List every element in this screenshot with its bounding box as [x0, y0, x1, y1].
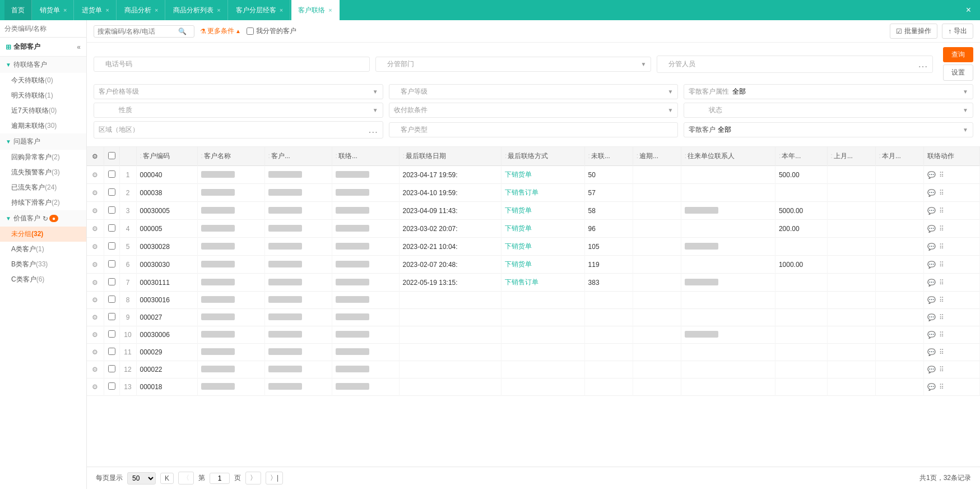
filter-status[interactable]: 状态 ▼: [684, 103, 973, 118]
sidebar-item-declining[interactable]: 持续下滑客户(2): [0, 195, 86, 210]
sidebar-search-input[interactable]: [4, 25, 87, 33]
row-checkbox[interactable]: [104, 184, 119, 202]
row-gear[interactable]: ⚙: [87, 220, 104, 238]
row-check[interactable]: [108, 188, 115, 196]
tab-analysis[interactable]: 商品分析 ×: [118, 0, 165, 20]
more-actions-icon[interactable]: ⠿: [939, 261, 944, 269]
table-col-check[interactable]: [104, 147, 119, 166]
chat-icon[interactable]: 💬: [927, 261, 936, 269]
row-checkbox[interactable]: [104, 202, 119, 220]
query-button[interactable]: 查询: [943, 47, 973, 62]
table-col-last-method[interactable]: :最后联络方式: [501, 147, 584, 166]
filter-dept-input[interactable]: [417, 60, 641, 68]
more-manager-button[interactable]: …: [918, 58, 928, 70]
more-conditions-button[interactable]: ⚗ 更多条件 ▲: [200, 26, 241, 36]
row-check[interactable]: [108, 313, 115, 320]
row-check[interactable]: [108, 382, 115, 390]
table-col-gear[interactable]: ⚙: [87, 147, 104, 166]
sidebar-group-problem[interactable]: ▼ 问题客户: [0, 133, 86, 150]
page-size-select[interactable]: 50 10 20 100: [127, 472, 156, 485]
sidebar-item-churned[interactable]: 已流失客户(24): [0, 180, 86, 195]
table-col-code[interactable]: :客户编码: [136, 147, 197, 166]
filter-dept[interactable]: 分管部门 ▼: [375, 57, 652, 72]
row-gear[interactable]: ⚙: [87, 379, 104, 396]
sidebar-item-tomorrow-pending[interactable]: 明天待联络(1): [0, 88, 86, 103]
last-method-link[interactable]: 下销货单: [505, 260, 532, 268]
tab-home[interactable]: 首页: [4, 0, 32, 20]
chevron-down-status-icon[interactable]: ▼: [963, 107, 968, 113]
chat-icon[interactable]: 💬: [927, 331, 936, 339]
row-check[interactable]: [108, 224, 115, 232]
chat-icon[interactable]: 💬: [927, 296, 936, 304]
chevron-down-zero-cust-icon[interactable]: ▼: [963, 127, 968, 133]
more-actions-icon[interactable]: ⠿: [939, 225, 944, 233]
row-checkbox[interactable]: [104, 292, 119, 309]
sidebar-item-abnormal[interactable]: 回购异常客户(2): [0, 150, 86, 165]
close-customer-tier-icon[interactable]: ×: [280, 7, 283, 13]
chat-icon[interactable]: 💬: [927, 383, 936, 391]
last-method-link[interactable]: 下销售订单: [505, 188, 538, 196]
filter-nature-input[interactable]: [136, 107, 373, 114]
filter-status-input[interactable]: [726, 107, 963, 114]
filter-payment[interactable]: 收付款条件 ▼: [389, 103, 679, 118]
row-check[interactable]: [108, 348, 115, 355]
table-col-overdue[interactable]: :逾期...: [633, 147, 681, 166]
chat-icon[interactable]: 💬: [927, 207, 936, 215]
close-analysis-icon[interactable]: ×: [155, 7, 158, 13]
more-region-button[interactable]: …: [368, 124, 378, 136]
row-check[interactable]: [108, 260, 115, 267]
prev-page-button[interactable]: 〈: [178, 472, 194, 485]
chat-icon[interactable]: 💬: [927, 366, 936, 373]
row-checkbox[interactable]: [104, 309, 119, 326]
export-button[interactable]: ↑ 导出: [942, 24, 973, 39]
chevron-down-nature-icon[interactable]: ▼: [373, 107, 378, 113]
table-col-no-contact[interactable]: :未联...: [584, 147, 633, 166]
row-gear[interactable]: ⚙: [87, 274, 104, 292]
row-check[interactable]: [108, 206, 115, 214]
chevron-down-price-icon[interactable]: ▼: [373, 89, 378, 95]
sidebar-search-bar[interactable]: 🔍: [0, 20, 86, 38]
sidebar-item-overdue-pending[interactable]: 逾期未联络(30): [0, 118, 86, 133]
row-checkbox[interactable]: [104, 274, 119, 292]
row-checkbox[interactable]: [104, 238, 119, 256]
row-check[interactable]: [108, 278, 115, 285]
chevron-down-payment-icon[interactable]: ▼: [667, 107, 673, 113]
filter-customer-type[interactable]: 客户类型: [389, 122, 679, 137]
close-purchase-icon[interactable]: ×: [105, 7, 109, 13]
table-col-contact[interactable]: :联络...: [332, 147, 399, 166]
chat-icon[interactable]: 💬: [927, 279, 936, 287]
row-check[interactable]: [108, 365, 115, 372]
row-checkbox[interactable]: [104, 220, 119, 238]
table-col-this-year[interactable]: :本年...: [775, 147, 827, 166]
chevron-down-dept-icon[interactable]: ▼: [640, 61, 646, 67]
more-actions-icon[interactable]: ⠿: [939, 243, 944, 251]
my-customers-checkbox[interactable]: 我分管的客户: [247, 26, 296, 36]
next-page-button[interactable]: 〉: [245, 472, 261, 485]
row-check[interactable]: [108, 242, 115, 250]
reset-button[interactable]: 设置: [943, 64, 973, 81]
row-checkbox[interactable]: [104, 379, 119, 396]
filter-phone[interactable]: 电话号码: [94, 57, 370, 72]
current-page-input[interactable]: [210, 473, 230, 484]
row-gear[interactable]: ⚙: [87, 202, 104, 220]
last-method-link[interactable]: 下销售订单: [505, 278, 538, 286]
more-actions-icon[interactable]: ⠿: [939, 383, 944, 391]
filter-customer-tier[interactable]: 客户等级 ▼: [389, 84, 679, 99]
row-gear[interactable]: ⚙: [87, 166, 104, 184]
first-page-button[interactable]: K: [160, 473, 174, 484]
filter-zero-customer[interactable]: 零散客户 全部 ▼: [684, 122, 973, 137]
filter-price-tier[interactable]: 客户价格等级 ▼: [94, 84, 383, 99]
chat-icon[interactable]: 💬: [927, 348, 936, 356]
table-col-this-month[interactable]: :本月...: [875, 147, 923, 166]
last-method-link[interactable]: 下销货单: [505, 242, 532, 250]
table-col-last-date[interactable]: :最后联络日期: [399, 147, 501, 166]
last-method-link[interactable]: 下销货单: [505, 224, 532, 232]
row-gear[interactable]: ⚙: [87, 361, 104, 379]
sidebar-item-churn-warning[interactable]: 流失预警客户(3): [0, 165, 86, 180]
filter-payment-input[interactable]: [431, 107, 668, 114]
sidebar-item-class-c[interactable]: C类客户(6): [0, 272, 86, 287]
search-box[interactable]: 🔍: [94, 25, 194, 38]
sidebar-item-class-b[interactable]: B类客户(33): [0, 257, 86, 272]
filter-nature[interactable]: 性质 ▼: [94, 103, 383, 118]
chat-icon[interactable]: 💬: [927, 171, 936, 179]
